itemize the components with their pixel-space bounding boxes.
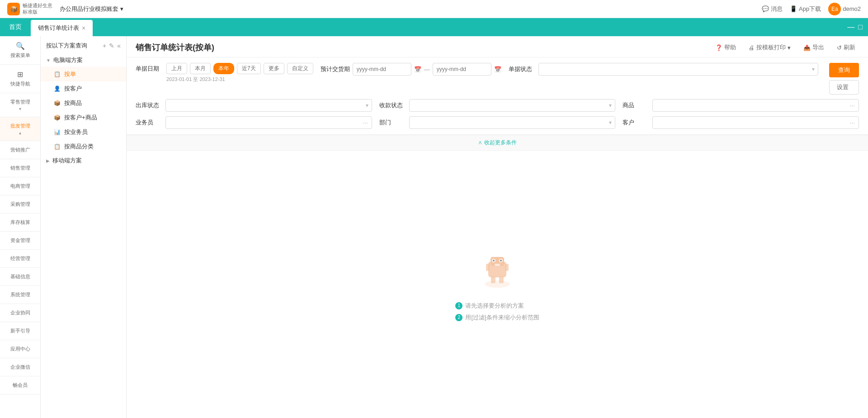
svg-rect-10 — [491, 276, 495, 283]
download-icon: 📱 — [790, 5, 797, 12]
search-menu-item[interactable]: 🔍 搜索菜单 — [0, 36, 40, 65]
export-icon: 📤 — [803, 44, 811, 51]
top-bar-left: 📦 畅捷通好生意 标准版 办公用品行业模拟账套 ▾ — [7, 3, 127, 15]
scheme-by-salesperson[interactable]: 📊 按业务员 — [41, 125, 126, 139]
page-header: 销售订单统计表(按单) ❓ 帮助 🖨 按模板打印 ▾ 📤 导出 — [127, 36, 868, 57]
app-selector[interactable]: 办公用品行业模拟账套 ▾ — [56, 3, 127, 15]
empty-illustration — [475, 246, 520, 291]
query-button[interactable]: 查询 — [829, 63, 859, 77]
logo-icon: 📦 — [7, 3, 20, 15]
sidebar-item-basic[interactable]: 基础信息 — [0, 268, 40, 286]
sidebar-item-newbie[interactable]: 新手引导 — [0, 322, 40, 340]
sidebar-item-system[interactable]: 系统管理 — [0, 286, 40, 304]
export-button[interactable]: 📤 导出 — [800, 42, 828, 53]
sidebar-item-purchase[interactable]: 采购管理 — [0, 195, 40, 214]
expected-date-to[interactable] — [433, 63, 491, 76]
svg-point-0 — [485, 280, 510, 288]
date-btn-last-month[interactable]: 上月 — [166, 63, 187, 74]
messages-button[interactable]: 💬 消息 — [762, 5, 783, 13]
sidebar-item-operation[interactable]: 经营管理 — [0, 250, 40, 268]
doc-status-select[interactable] — [538, 63, 818, 76]
date-range-text: 2023-01-01 至 2023-12-31 — [166, 76, 313, 83]
sidebar-item-enterprise[interactable]: 企业协同 — [0, 304, 40, 322]
mobile-group-header[interactable]: ▶ 移动端方案 — [41, 154, 126, 167]
top-bar: 📦 畅捷通好生意 标准版 办公用品行业模拟账套 ▾ 💬 消息 📱 App下载 E… — [0, 0, 868, 18]
settings-button[interactable]: 设置 — [829, 80, 859, 95]
desktop-group-header[interactable]: ▼ 电脑端方案 — [41, 53, 126, 67]
refresh-button[interactable]: ↺ 刷新 — [833, 42, 859, 53]
content-area: 按以下方案查询 + ✎ « ▼ 电脑端方案 📋 按单 👤 — [41, 36, 868, 418]
calendar-icon2: 📅 — [494, 66, 501, 73]
scheme-by-goods[interactable]: 📦 按商品 — [41, 96, 126, 110]
svg-rect-9 — [505, 264, 509, 271]
scheme-by-goods-category[interactable]: 📋 按商品分类 — [41, 139, 126, 154]
svg-point-6 — [500, 260, 502, 261]
scheme-by-order[interactable]: 📋 按单 — [41, 67, 126, 81]
avatar: Ea — [828, 3, 841, 15]
sidebar-item-ecommerce[interactable]: 电商管理 — [0, 177, 40, 195]
customer-label: 客户 — [623, 119, 650, 127]
active-tab[interactable]: 销售订单统计表 × — [31, 20, 93, 36]
date-btn-custom[interactable]: 自定义 — [287, 63, 313, 74]
sidebar-item-marketing[interactable]: 营销推广 — [0, 141, 40, 159]
help-icon: ❓ — [715, 44, 722, 51]
expected-date-from[interactable] — [353, 63, 411, 76]
mobile-scheme-group: ▶ 移动端方案 — [41, 154, 126, 167]
home-tab[interactable]: 首页 — [0, 18, 31, 36]
sidebar-item-member[interactable]: 畅会员 — [0, 376, 40, 394]
calendar-icon: 📅 — [414, 66, 421, 73]
search-icon: 🔍 — [16, 42, 25, 50]
sidebar-item-finance[interactable]: 资金管理 — [0, 232, 40, 250]
sidebar-item-wechat[interactable]: 企业微信 — [0, 358, 40, 376]
collapse-panel-button[interactable]: « — [117, 42, 121, 49]
edit-scheme-button[interactable]: ✎ — [109, 42, 114, 49]
date-btn-this-year[interactable]: 本年 — [213, 63, 234, 74]
collapse-bar[interactable]: ∧ 收起更多条件 — [127, 135, 868, 151]
sidebar-item-retail[interactable]: 零售管理 ▾ — [0, 93, 40, 117]
sidebar-item-apps[interactable]: 应用中心 — [0, 340, 40, 358]
chevron-down-icon: ▾ — [19, 106, 21, 111]
sidebar-item-sales[interactable]: 销售管理 — [0, 159, 40, 177]
action-buttons: 查询 设置 — [829, 63, 859, 95]
app-download-button[interactable]: 📱 App下载 — [790, 5, 821, 13]
maximize-button[interactable]: □ — [858, 23, 863, 31]
right-panel: 销售订单统计表(按单) ❓ 帮助 🖨 按模板打印 ▾ 📤 导出 — [127, 36, 868, 418]
date-btn-more[interactable]: 更多 — [264, 63, 284, 74]
date-btn-this-month[interactable]: 本月 — [190, 63, 211, 74]
scheme-by-customer-goods[interactable]: 📦 按客户+商品 — [41, 110, 126, 125]
expected-date-label: 预计交货期 — [321, 65, 350, 73]
delivery-status-label: 出库状态 — [136, 101, 163, 109]
left-panel: 按以下方案查询 + ✎ « ▼ 电脑端方案 📋 按单 👤 — [41, 36, 127, 418]
date-btn-7days[interactable]: 近7天 — [237, 63, 261, 74]
customer-icon: 👤 — [53, 85, 61, 92]
minimize-button[interactable]: — — [847, 23, 854, 31]
desktop-scheme-group: ▼ 电脑端方案 📋 按单 👤 按客户 📦 按商品 📦 按客户+商品 — [41, 53, 126, 154]
help-button[interactable]: ❓ 帮助 — [712, 42, 740, 53]
shortcut-nav-item[interactable]: ⊞ 快捷导航 — [0, 65, 40, 93]
salesperson-label: 业务员 — [136, 119, 163, 127]
payment-status-select[interactable] — [409, 99, 616, 112]
delivery-status-select[interactable] — [165, 99, 372, 112]
scheme-by-customer[interactable]: 👤 按客户 — [41, 81, 126, 96]
print-icon: 🖨 — [749, 44, 755, 51]
goods-dots-btn[interactable]: ··· — [849, 102, 855, 109]
print-button[interactable]: 🖨 按模板打印 ▾ — [745, 42, 794, 53]
date-label: 单据日期 — [136, 65, 163, 73]
salesperson-dots-btn[interactable]: ··· — [363, 119, 368, 126]
customer-dots-btn[interactable]: ··· — [849, 119, 855, 126]
chevron-down-icon: ▾ — [788, 44, 791, 51]
category-icon: 📋 — [53, 143, 61, 150]
main-layout: 🔍 搜索菜单 ⊞ 快捷导航 零售管理 ▾ 批发管理 ▴ 营销推广 销售管理 电商… — [0, 36, 868, 418]
tab-close-button[interactable]: × — [82, 24, 85, 32]
chevron-up-icon: ▴ — [19, 130, 21, 135]
tab-bar: 首页 销售订单统计表 × — □ — [0, 18, 868, 36]
sidebar-item-wholesale[interactable]: 批发管理 ▴ — [0, 117, 40, 141]
svg-rect-11 — [499, 276, 504, 283]
filter-area: 单据日期 上月 本月 本年 近7天 更多 自定义 2023-01-01 至 20… — [127, 57, 868, 135]
user-menu[interactable]: Ea demo2 — [828, 3, 861, 15]
sidebar: 🔍 搜索菜单 ⊞ 快捷导航 零售管理 ▾ 批发管理 ▴ 营销推广 销售管理 电商… — [0, 36, 41, 418]
add-scheme-button[interactable]: + — [103, 42, 106, 49]
sidebar-item-inventory[interactable]: 库存核算 — [0, 214, 40, 232]
dept-select[interactable] — [409, 116, 616, 129]
svg-point-5 — [493, 260, 495, 261]
